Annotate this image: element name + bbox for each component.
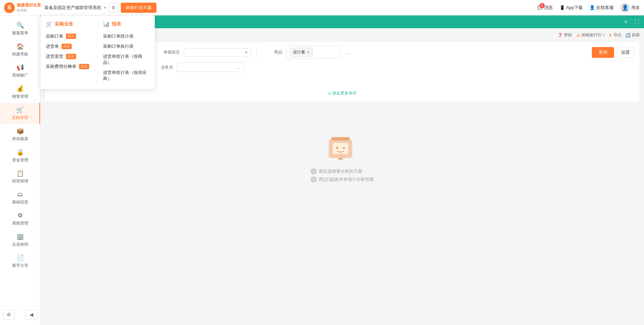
print-label: 按模板打印 <box>581 32 602 38</box>
po-stats-label: 采购订单统计表 <box>103 33 134 39</box>
menu-item-purchase-expense[interactable]: 采购费用分摊单 历史 <box>46 62 92 72</box>
svg-rect-4 <box>331 137 350 140</box>
sidebar-item-newbie[interactable]: 📄 新手引导 <box>0 251 40 272</box>
purchase-business-icon: 🛒 <box>46 21 52 27</box>
online-service-label: 在线客服 <box>596 5 614 11</box>
empty-step1: ① 请先选择要分析的方案 <box>311 168 373 174</box>
sidebar-item-enterprise[interactable]: 🏢 企业协同 <box>0 230 40 251</box>
goods-input[interactable]: 设计素 ✕ <box>286 46 340 59</box>
svg-point-3 <box>343 147 345 149</box>
industry-button[interactable]: 体验行业方案 <box>121 3 156 13</box>
sidebar-collapse-btn[interactable]: ◀ <box>25 310 37 320</box>
purchase-expense-label: 采购费用分摊单 <box>46 64 76 70</box>
menu-item-purchase-order[interactable]: 采购订单 历史 <box>46 31 92 41</box>
user-label: 用友 <box>631 5 640 11</box>
system-icon: ⚙ <box>17 212 23 219</box>
step1-text: 请先选择要分析的方案 <box>319 168 362 174</box>
menu-item-po-stats[interactable]: 采购订单统计表 <box>103 31 149 41</box>
purchase-business-title: 🛒 采购业务 <box>46 21 92 30</box>
gear-button[interactable]: ⚙ <box>109 3 118 12</box>
po-exec-label: 采购订单执行表 <box>103 43 134 49</box>
sidebar-item-purchase[interactable]: 🛒 采购管理 <box>0 103 40 124</box>
status-select[interactable]: ▾ <box>184 48 251 57</box>
setting-button[interactable]: 设置 <box>617 47 634 58</box>
sidebar-item-finance[interactable]: 🔒 资金管理 <box>0 145 40 166</box>
collapse-icon: ◀ <box>30 312 33 317</box>
empty-state: ① 请先选择要分析的方案 ② 用[过滤]条件来缩小分析范围 <box>44 103 640 211</box>
sidebar-item-base-info[interactable]: 🗂 基础信息 <box>0 188 40 208</box>
sidebar-settings-btn[interactable]: ⚙ <box>3 310 15 320</box>
avatar: 👤 <box>620 3 630 12</box>
sidebar-label-inventory: 库存核算 <box>12 136 28 142</box>
newbie-icon: 📄 <box>16 254 24 261</box>
help-btn[interactable]: ❓ 帮助 <box>558 32 572 38</box>
sidebar-item-quick-nav[interactable]: 🏠 快捷导航 <box>0 39 40 60</box>
step-num-2: ② <box>311 176 317 182</box>
sidebar-item-sales[interactable]: 💰 销售管理 <box>0 82 40 103</box>
system-dropdown-arrow[interactable]: ▾ <box>104 5 106 10</box>
messages-item[interactable]: 💬 5 消息 <box>537 5 553 11</box>
system-title-area: 装备及固定资产辅助管理系统 ▾ ⚙ 体验行业方案 <box>44 3 537 13</box>
tab-expand-btn[interactable]: ⛶ <box>632 17 641 27</box>
enterprise-icon: 🏢 <box>16 233 24 240</box>
empty-illustration <box>325 129 359 163</box>
collapse-button[interactable]: ∧ 收起更多条件 <box>50 88 634 98</box>
salesperson-ellipsis[interactable]: … <box>236 65 241 70</box>
sidebar-item-marketing[interactable]: 📢 营销推广 <box>0 60 40 82</box>
reports-title: 📊 报表 <box>103 21 149 30</box>
goods-ellipsis[interactable]: … <box>346 50 350 55</box>
finance-icon: 🔒 <box>16 149 24 156</box>
salesperson-select[interactable]: … <box>177 63 244 72</box>
sidebar-label-purchase: 采购管理 <box>12 115 28 121</box>
help-label: 帮助 <box>564 32 572 38</box>
menu-item-po-exec[interactable]: 采购订单执行表 <box>103 41 149 51</box>
salesperson-label: 业务员 <box>153 65 173 70</box>
search-icon: 🔍 <box>16 22 24 29</box>
gear-icon: ⚙ <box>111 5 115 10</box>
purchase-order-badge: 历史 <box>66 34 76 39</box>
menu-item-receipt-by-supplier[interactable]: 进货单统计表（按供应商） <box>103 68 149 84</box>
receipt-by-goods-label: 进货单统计表（按商品） <box>103 53 149 66</box>
reports-icon: 📊 <box>103 21 110 27</box>
refresh-icon: 🔄 <box>625 33 631 38</box>
top-bar: 6 畅捷通好生意 标准版 装备及固定资产辅助管理系统 ▾ ⚙ 体验行业方案 💬 … <box>0 0 644 15</box>
system-title: 装备及固定资产辅助管理系统 <box>44 5 101 11</box>
svg-point-2 <box>336 147 338 149</box>
print-btn[interactable]: 🖨 按模板打印 ▾ <box>576 32 605 38</box>
status-label: 单据状态 <box>159 49 180 55</box>
sidebar-label-operations: 经营管理 <box>12 178 28 184</box>
sidebar-item-inventory[interactable]: 📦 库存核算 <box>0 124 40 145</box>
goods-label: 商品 <box>262 49 282 55</box>
goods-tag: 设计素 ✕ <box>290 48 313 57</box>
menu-section-purchase-business: 🛒 采购业务 采购订单 历史 进货单 历史 进货退货 历史 采购费用分摊单 <box>46 21 98 84</box>
sidebar: 🔍 搜索菜单 🏠 快捷导航 📢 营销推广 💰 销售管理 🛒 采购管理 📦 库存核… <box>0 15 40 325</box>
online-service-item[interactable]: 👤 在线客服 <box>589 5 614 11</box>
app-download-label: App下载 <box>566 5 583 11</box>
sidebar-item-search[interactable]: 🔍 搜索菜单 <box>0 18 40 39</box>
sales-icon: 💰 <box>16 85 24 92</box>
tab-close-btn[interactable]: ✕ <box>621 17 631 27</box>
export-btn[interactable]: ⬆ 导出 <box>609 32 621 38</box>
menu-item-goods-receipt[interactable]: 进货单 历史 <box>46 41 92 51</box>
menu-item-goods-return[interactable]: 进货退货 历史 <box>46 51 92 62</box>
logo-area: 6 畅捷通好生意 标准版 <box>4 2 44 13</box>
app-download-item[interactable]: 📱 App下载 <box>560 5 583 11</box>
user-item[interactable]: 👤 用友 <box>620 3 640 12</box>
logo-icon: 6 <box>4 2 15 13</box>
operations-icon: 📋 <box>16 170 24 177</box>
marketing-icon: 📢 <box>16 64 24 71</box>
refresh-label: 刷新 <box>632 32 640 38</box>
tabs-right: ✕ ⛶ <box>621 15 644 28</box>
goods-tag-remove[interactable]: ✕ <box>307 50 310 55</box>
empty-texts: ① 请先选择要分析的方案 ② 用[过滤]条件来缩小分析范围 <box>311 168 373 185</box>
receipt-by-supplier-label: 进货单统计表（按供应商） <box>103 70 149 82</box>
refresh-btn[interactable]: 🔄 刷新 <box>625 32 640 38</box>
sidebar-item-system[interactable]: ⚙ 系统管理 <box>0 208 40 230</box>
query-button[interactable]: 查询 <box>592 47 614 58</box>
menu-item-receipt-by-goods[interactable]: 进货单统计表（按商品） <box>103 51 149 68</box>
logo-text: 畅捷通好生意 标准版 <box>17 3 41 12</box>
sidebar-item-operations[interactable]: 📋 经营管理 <box>0 166 40 188</box>
message-badge: 5 <box>539 3 545 8</box>
expand-icon: ⛶ <box>634 19 639 25</box>
sidebar-label-quick-nav: 快捷导航 <box>12 51 28 57</box>
